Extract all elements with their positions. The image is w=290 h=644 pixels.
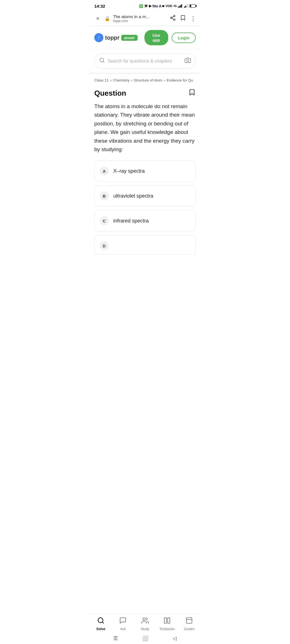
breadcrumb-class11[interactable]: Class 11 bbox=[94, 78, 109, 82]
option-c[interactable]: C infrared spectra bbox=[94, 210, 196, 231]
signal-bars-2 bbox=[184, 4, 188, 8]
option-c-badge: C bbox=[100, 216, 109, 225]
bar5 bbox=[184, 7, 185, 8]
toppr-text: toppr bbox=[105, 35, 120, 41]
svg-line-9 bbox=[102, 622, 104, 623]
answr-badge: answr bbox=[121, 35, 138, 41]
option-a[interactable]: A X–ray spectra bbox=[94, 161, 196, 181]
question-header: Question bbox=[94, 89, 196, 98]
bar6 bbox=[185, 6, 186, 8]
search-placeholder-text: Search for questions & chapters bbox=[108, 59, 182, 64]
android-menu-icon[interactable]: ☰ bbox=[113, 635, 118, 641]
search-section: Search for questions & chapters bbox=[90, 50, 200, 74]
nav-study[interactable]: Study bbox=[137, 617, 153, 631]
svg-point-10 bbox=[143, 618, 145, 620]
browser-bar: × 🔒 The atoms in a m... toppr.com ⋮ bbox=[90, 11, 200, 26]
nav-guides-label: Guides bbox=[184, 627, 195, 631]
svg-rect-11 bbox=[164, 618, 167, 623]
notification-icons: D 🎓 ▶ filo A bbox=[139, 4, 164, 8]
search-bar[interactable]: Search for questions & chapters bbox=[94, 54, 196, 69]
breadcrumb: Class 11 » Chemistry » Structure of Atom… bbox=[90, 74, 200, 84]
svg-rect-13 bbox=[186, 618, 192, 623]
filo-text: filo A bbox=[152, 4, 161, 8]
ask-icon bbox=[119, 617, 127, 626]
android-back-icon[interactable]: ◁ bbox=[173, 635, 177, 641]
option-b[interactable]: B ultraviolet spectra bbox=[94, 185, 196, 206]
battery-fill bbox=[190, 5, 191, 7]
youtube-icon: ▶ bbox=[149, 4, 152, 8]
question-section: Question The atoms in a molecule do not … bbox=[90, 84, 200, 154]
bar2 bbox=[179, 6, 180, 8]
svg-rect-12 bbox=[168, 618, 170, 623]
camera-icon[interactable] bbox=[185, 57, 191, 65]
option-c-text: infrared spectra bbox=[113, 218, 149, 224]
study-icon bbox=[141, 617, 149, 626]
use-app-button[interactable]: Use app bbox=[144, 30, 169, 45]
svg-line-4 bbox=[172, 16, 174, 18]
nav-ask-label: Ask bbox=[120, 627, 126, 631]
browser-lock-icon: 🔒 bbox=[105, 16, 110, 21]
toppr-header: ↑ toppr answr Use app Login bbox=[90, 26, 200, 50]
breadcrumb-structure[interactable]: Structure of Atom bbox=[134, 78, 162, 82]
search-icon bbox=[99, 57, 105, 65]
toppr-logo: ↑ toppr answr bbox=[94, 33, 138, 42]
option-d[interactable]: D bbox=[94, 235, 196, 254]
bar4 bbox=[181, 4, 182, 8]
bookmark-browser-icon[interactable] bbox=[180, 15, 186, 22]
bar8 bbox=[187, 4, 188, 8]
option-d-badge: D bbox=[100, 241, 109, 250]
bottom-nav: Solve Ask Study Textbooks bbox=[90, 614, 200, 633]
android-nav: ☰ ⬜ ◁ bbox=[90, 633, 200, 644]
question-text: The atoms in a molecule do not remain st… bbox=[94, 102, 196, 154]
question-label: Question bbox=[94, 89, 126, 98]
nav-solve[interactable]: Solve bbox=[92, 617, 109, 631]
breadcrumb-evidence[interactable]: Evidence for Qu bbox=[167, 78, 193, 82]
nav-textbooks[interactable]: Textbooks bbox=[159, 617, 176, 631]
nav-ask[interactable]: Ask bbox=[114, 617, 131, 631]
status-bar: 14:32 D 🎓 ▶ filo A VOD ⁴G bbox=[90, 0, 200, 11]
more-options-icon[interactable]: ⋮ bbox=[190, 15, 196, 22]
status-icons: D 🎓 ▶ filo A VOD ⁴G bbox=[139, 4, 196, 8]
content-spacer bbox=[90, 254, 200, 300]
browser-domain: toppr.com bbox=[113, 19, 167, 23]
breadcrumb-sep-2: » bbox=[131, 78, 133, 82]
textbooks-icon bbox=[163, 617, 171, 626]
toppr-arrow-icon: ↑ bbox=[98, 35, 100, 41]
signal-group: VOD bbox=[165, 4, 172, 8]
status-time: 14:32 bbox=[94, 4, 105, 8]
nav-guides[interactable]: Guides bbox=[181, 617, 198, 631]
bar3 bbox=[180, 5, 181, 8]
bookmark-question-icon[interactable] bbox=[188, 89, 196, 98]
login-button[interactable]: Login bbox=[172, 33, 196, 43]
option-a-badge: A bbox=[100, 166, 109, 176]
browser-url-container: The atoms in a m... toppr.com bbox=[113, 14, 167, 23]
browser-close-icon[interactable]: × bbox=[94, 15, 102, 22]
signal-bars bbox=[178, 4, 182, 8]
bar7 bbox=[186, 5, 187, 8]
notif-dot bbox=[162, 5, 164, 7]
android-home-icon[interactable]: ⬜ bbox=[142, 635, 148, 641]
svg-point-7 bbox=[187, 59, 189, 61]
guides-icon bbox=[185, 617, 193, 626]
bar1 bbox=[178, 7, 179, 8]
toppr-icon: ↑ bbox=[94, 33, 103, 42]
grad-icon: 🎓 bbox=[144, 4, 148, 8]
option-b-text: ultraviolet spectra bbox=[113, 193, 153, 199]
breadcrumb-chemistry[interactable]: Chemistry bbox=[113, 78, 130, 82]
lte-icon: ⁴G bbox=[173, 5, 177, 8]
svg-line-6 bbox=[103, 61, 104, 63]
browser-title: The atoms in a m... bbox=[113, 14, 167, 19]
solve-icon bbox=[97, 617, 105, 626]
nav-solve-label: Solve bbox=[96, 627, 105, 631]
battery-icon bbox=[189, 4, 196, 8]
browser-actions: ⋮ bbox=[170, 15, 196, 22]
share-icon[interactable] bbox=[170, 15, 176, 22]
svg-line-3 bbox=[172, 18, 174, 19]
option-b-badge: B bbox=[100, 191, 109, 200]
breadcrumb-sep-3: » bbox=[163, 78, 165, 82]
option-a-text: X–ray spectra bbox=[113, 168, 145, 174]
nav-study-label: Study bbox=[141, 627, 150, 631]
options-section: A X–ray spectra B ultraviolet spectra C … bbox=[90, 161, 200, 254]
nav-textbooks-label: Textbooks bbox=[159, 627, 175, 631]
breadcrumb-sep-1: » bbox=[110, 78, 112, 82]
